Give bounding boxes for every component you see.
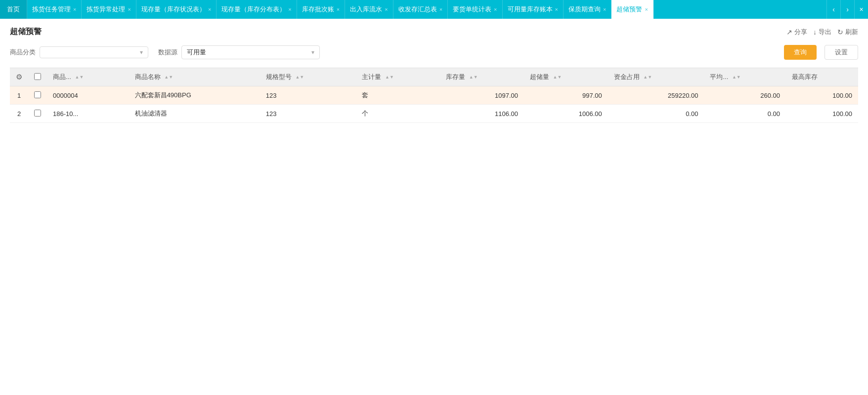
sort-arrows-avg[interactable]: ▲▼ (732, 75, 741, 79)
category-filter: 商品分类 ▾ (10, 46, 148, 58)
header-actions: ↗ 分享 ↓ 导出 ↻ 刷新 (786, 28, 858, 37)
tab-close-icon-2[interactable]: × (208, 6, 211, 12)
datasource-filter: 数据源 可用量 ▾ (158, 45, 320, 59)
sort-arrows-code[interactable]: ▲▼ (75, 75, 84, 79)
nav-home[interactable]: 首页 (0, 0, 27, 19)
nav-tab-9[interactable]: 保质期查询 × (564, 0, 611, 19)
settings-icon[interactable]: ⚙ (16, 73, 22, 81)
nav-tab-4[interactable]: 库存批次账 × (297, 0, 345, 19)
data-table: ⚙ 商品... ▲▼ 商品名称 ▲▼ 规格型号 ▲▼ 主计 (10, 68, 858, 123)
tab-close-icon-9[interactable]: × (603, 6, 606, 12)
th-checkbox (28, 68, 47, 86)
row-max-stock-1: 100.00 (786, 105, 858, 123)
nav-arrows: ‹ › × (826, 0, 868, 19)
datasource-select-value: 可用量 (187, 48, 206, 57)
chevron-down-icon: ▾ (140, 49, 143, 56)
select-all-checkbox[interactable] (34, 73, 41, 80)
row-stock-0: 1097.00 (440, 86, 524, 105)
chevron-down-icon-2: ▾ (311, 49, 314, 56)
sort-arrows-capital[interactable]: ▲▼ (643, 75, 652, 79)
row-stock-1: 1106.00 (440, 105, 524, 123)
row-capital-1: 0.00 (608, 105, 704, 123)
tab-close-icon-1[interactable]: × (128, 6, 130, 12)
row-unit-1: 个 (356, 105, 440, 123)
sort-arrows-name[interactable]: ▲▼ (164, 75, 173, 79)
page-content: 超储预警 ↗ 分享 ↓ 导出 ↻ 刷新 商品分类 ▾ 数据源 (0, 19, 868, 395)
tab-close-icon-8[interactable]: × (555, 6, 558, 12)
row-product-name-0: 六配套新昌490BPG (129, 86, 260, 105)
datasource-label: 数据源 (158, 48, 177, 57)
page-header: 超储预警 ↗ 分享 ↓ 导出 ↻ 刷新 (10, 27, 858, 37)
export-button[interactable]: ↓ 导出 (813, 28, 831, 37)
tab-close-icon-0[interactable]: × (73, 6, 76, 12)
datasource-select[interactable]: 可用量 ▾ (181, 45, 320, 59)
row-spec-1: 123 (260, 105, 356, 123)
nav-close-all-btn[interactable]: × (854, 0, 868, 19)
row-overstock-0: 997.00 (524, 86, 608, 105)
row-unit-0: 套 (356, 86, 440, 105)
row-product-code-0: 0000004 (47, 86, 129, 105)
nav-tab-6[interactable]: 收发存汇总表 × (393, 0, 448, 19)
th-settings: ⚙ (10, 68, 28, 86)
row-overstock-1: 1006.00 (524, 105, 608, 123)
filter-actions: 查询 设置 (784, 45, 858, 60)
share-button[interactable]: ↗ 分享 (786, 28, 807, 37)
sort-arrows-stock[interactable]: ▲▼ (469, 75, 478, 79)
row-select-checkbox-1[interactable] (34, 110, 41, 117)
table-row: 1 0000004 六配套新昌490BPG 123 套 1097.00 997.… (10, 86, 858, 105)
nav-tab-2[interactable]: 现存量（库存状况表） × (136, 0, 217, 19)
filter-row: 商品分类 ▾ 数据源 可用量 ▾ 查询 设置 (10, 45, 858, 60)
tab-close-icon-10[interactable]: × (645, 6, 648, 12)
category-select[interactable]: ▾ (40, 46, 148, 58)
sort-arrows-overstock[interactable]: ▲▼ (553, 75, 562, 79)
sort-arrows-spec[interactable]: ▲▼ (295, 75, 304, 79)
th-avg: 平均... ▲▼ (704, 68, 786, 86)
query-button[interactable]: 查询 (784, 45, 817, 60)
share-icon: ↗ (786, 28, 792, 36)
table-row: 2 186-10... 机油滤清器 123 个 1106.00 1006.00 … (10, 105, 858, 123)
page-title: 超储预警 (10, 27, 42, 37)
set-button[interactable]: 设置 (825, 45, 858, 60)
nav-prev-btn[interactable]: ‹ (826, 0, 840, 19)
nav-tab-0[interactable]: 拣货任务管理 × (27, 0, 82, 19)
top-nav: 首页 拣货任务管理 × 拣货异常处理 × 现存量（库存状况表） × 现存量（库存… (0, 0, 868, 19)
th-spec: 规格型号 ▲▼ (260, 68, 356, 86)
tab-close-icon-5[interactable]: × (385, 6, 388, 12)
th-product-code: 商品... ▲▼ (47, 68, 129, 86)
nav-tab-3[interactable]: 现存量（库存分布表） × (217, 0, 297, 19)
th-unit: 主计量 ▲▼ (356, 68, 440, 86)
row-avg-0: 260.00 (704, 86, 786, 105)
nav-tab-10[interactable]: 超储预警 × (611, 0, 653, 19)
tab-close-icon-4[interactable]: × (337, 6, 340, 12)
export-icon: ↓ (813, 28, 817, 36)
category-label: 商品分类 (10, 48, 36, 57)
row-max-stock-0: 100.00 (786, 86, 858, 105)
nav-next-btn[interactable]: › (840, 0, 854, 19)
row-select-checkbox-0[interactable] (34, 91, 41, 98)
row-product-name-1: 机油滤清器 (129, 105, 260, 123)
refresh-button[interactable]: ↻ 刷新 (837, 28, 858, 37)
th-max-stock: 最高库存 (786, 68, 858, 86)
row-capital-0: 259220.00 (608, 86, 704, 105)
tab-close-icon-6[interactable]: × (439, 6, 442, 12)
nav-tab-5[interactable]: 出入库流水 × (345, 0, 393, 19)
nav-tab-8[interactable]: 可用量库存账本 × (503, 0, 564, 19)
th-product-name: 商品名称 ▲▼ (129, 68, 260, 86)
th-overstock: 超储量 ▲▼ (524, 68, 608, 86)
table-body: 1 0000004 六配套新昌490BPG 123 套 1097.00 997.… (10, 86, 858, 123)
tab-close-icon-3[interactable]: × (288, 6, 291, 12)
nav-tab-1[interactable]: 拣货异常处理 × (82, 0, 136, 19)
tab-close-icon-7[interactable]: × (494, 6, 497, 12)
row-avg-1: 0.00 (704, 105, 786, 123)
row-product-code-1: 186-10... (47, 105, 129, 123)
row-num-1: 2 (10, 105, 28, 123)
th-stock: 库存量 ▲▼ (440, 68, 524, 86)
row-checkbox-0 (28, 86, 47, 105)
row-spec-0: 123 (260, 86, 356, 105)
row-checkbox-1 (28, 105, 47, 123)
row-num-0: 1 (10, 86, 28, 105)
table-header-row: ⚙ 商品... ▲▼ 商品名称 ▲▼ 规格型号 ▲▼ 主计 (10, 68, 858, 86)
sort-arrows-unit[interactable]: ▲▼ (385, 75, 394, 79)
refresh-icon: ↻ (837, 28, 843, 36)
nav-tab-7[interactable]: 要货单统计表 × (448, 0, 502, 19)
